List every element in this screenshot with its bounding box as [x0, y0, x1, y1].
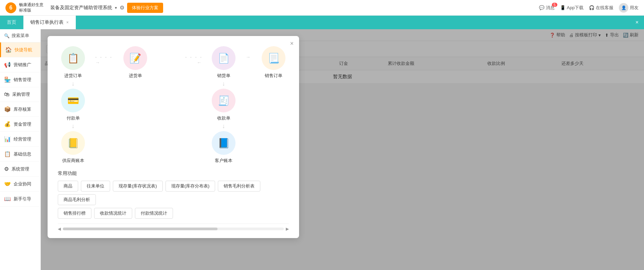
func-btn-product[interactable]: 商品	[58, 181, 78, 192]
flow-diagram: 📋 进货订单 ↓ 💳 付款单 ↓ 📒	[58, 46, 289, 164]
system-title: 装备及固定资产辅助管理系统 ▾ ⚙ 体验行业方案	[50, 3, 535, 13]
sidebar: 🔍 搜索菜单 🏠 快捷导航 📢 营销推广 🏪 销售管理 🛍 采购管理 📦 库存核…	[0, 29, 41, 270]
sidebar-item-system[interactable]: ⚙ 系统管理	[0, 162, 40, 177]
mid-right-col: 📄 销货单 ↓ 🧾 收款单 ↓ 📘 客户账本	[208, 46, 239, 164]
sidebar-item-sales[interactable]: 🏪 销售管理	[0, 72, 40, 87]
basic-info-icon: 📋	[4, 151, 11, 157]
message-badge: 5	[552, 3, 557, 7]
scroll-right-btn[interactable]: ▶	[286, 227, 289, 231]
supplier-label: 供应商账本	[62, 158, 84, 164]
func-btn-stock-status[interactable]: 现存量(库存状况表)	[113, 181, 163, 192]
flow-node-sales-order[interactable]: 📃 销售订单	[262, 46, 285, 79]
func-btn-product-profit[interactable]: 商品毛利分析	[58, 194, 96, 205]
flow-node-receipt[interactable]: 🧾 收款单	[212, 89, 236, 121]
scrollbar-track[interactable]	[63, 228, 284, 230]
func-btns-row2: 销售排行榜 收款情况统计 付款情况统计	[58, 208, 289, 219]
sidebar-item-quick-nav[interactable]: 🏠 快捷导航	[0, 42, 40, 57]
left-flow-col: 📋 进货订单 ↓ 💳 付款单 ↓ 📒	[58, 46, 88, 164]
sidebar-item-inventory[interactable]: 📦 库存核算	[0, 102, 40, 117]
arrow-down-3: ↓	[222, 80, 225, 87]
purchase-order-label: 进货订单	[64, 73, 82, 79]
system-dropdown-btn[interactable]: ▾	[115, 5, 117, 10]
right-col: 📃 销售订单	[258, 46, 289, 79]
flow-node-customer[interactable]: 📘 客户账本	[212, 131, 236, 164]
main-layout: 🔍 搜索菜单 🏠 快捷导航 📢 营销推广 🏪 销售管理 🛍 采购管理 📦 库存核…	[0, 29, 644, 270]
tab-home[interactable]: 首页	[0, 16, 23, 29]
content-area: ❓ 帮助 🖨 按模板打印 ▾ ⬆ 导出 🔄 刷新	[41, 29, 644, 270]
settings-icon[interactable]: ⚙	[120, 4, 124, 11]
arrow-dashed-1: - - - - →	[95, 54, 113, 65]
purchase-order-icon: 📋	[61, 46, 85, 70]
top-header: 6 畅康通好生意 标准版 装备及固定资产辅助管理系统 ▾ ⚙ 体验行业方案 💬 …	[0, 0, 644, 16]
common-funcs: 常用功能 商品 往来单位 现存量(库存状况表) 现存量(库存分布表) 销售毛利分…	[58, 170, 289, 219]
logo-area: 6 畅康通好生意 标准版	[5, 2, 46, 13]
sidebar-item-marketing[interactable]: 📢 营销推广	[0, 57, 40, 72]
mid-left-col: 📝 进货单	[120, 46, 151, 79]
receipt-icon: 🧾	[212, 89, 236, 112]
arrow-down-2: ↓	[72, 123, 75, 130]
popup-scrollbar: ◀ ▶	[58, 223, 289, 231]
online-service-btn[interactable]: 🎧 在线客服	[589, 5, 613, 11]
flow-node-payment[interactable]: 💳 付款单	[61, 89, 85, 121]
sales-order-icon: 📃	[262, 46, 285, 70]
arrow-dashed-2: - - - - →	[184, 54, 202, 65]
sales-bill-label: 销货单	[217, 73, 230, 79]
sidebar-item-guide[interactable]: 📖 新手引导	[0, 192, 40, 206]
sales-bill-icon: 📄	[212, 46, 236, 70]
flow-node-supplier[interactable]: 📒 供应商账本	[61, 131, 85, 164]
func-btn-sales-profit[interactable]: 销售毛利分析表	[218, 181, 260, 192]
guide-icon: 📖	[4, 196, 11, 202]
sidebar-item-purchase[interactable]: 🛍 采购管理	[0, 87, 40, 102]
scroll-left-btn[interactable]: ◀	[58, 227, 61, 231]
purchase-bill-label: 进货单	[129, 73, 142, 79]
popup-close-btn[interactable]: ×	[290, 40, 294, 47]
common-funcs-title: 常用功能	[58, 170, 289, 177]
logo-icon: 6	[5, 2, 16, 13]
scrollbar-thumb	[63, 228, 217, 230]
func-btn-sales-rank[interactable]: 销售排行榜	[58, 208, 91, 219]
flow-node-purchase-bill[interactable]: 📝 进货单	[123, 46, 147, 79]
sidebar-item-finance[interactable]: 💰 资金管理	[0, 117, 40, 132]
arrow-down-1: ↓	[72, 80, 75, 87]
operations-icon: 📊	[4, 136, 11, 142]
func-btn-receipt-stats[interactable]: 收款情况统计	[94, 208, 132, 219]
flow-node-purchase-order[interactable]: 📋 进货订单	[61, 46, 85, 79]
phone-icon: 📱	[560, 5, 565, 10]
collab-icon: 🤝	[4, 181, 11, 187]
sidebar-item-basic-info[interactable]: 📋 基础信息	[0, 147, 40, 162]
tab-sales-order[interactable]: 销售订单执行表 ×	[23, 16, 76, 29]
func-btn-payment-stats[interactable]: 付款情况统计	[135, 208, 173, 219]
trial-btn[interactable]: 体验行业方案	[127, 3, 163, 13]
func-btn-stock-dist[interactable]: 现存量(库存分布表)	[166, 181, 215, 192]
customer-label: 客户账本	[215, 158, 232, 164]
headset-icon: 🎧	[589, 5, 594, 10]
message-icon: 💬	[539, 5, 544, 10]
sales-icon: 🏪	[4, 76, 11, 83]
message-btn[interactable]: 💬 消息 5	[539, 5, 555, 11]
func-btns-row1: 商品 往来单位 现存量(库存状况表) 现存量(库存分布表) 销售毛利分析表 商品…	[58, 181, 289, 205]
sidebar-item-operations[interactable]: 📊 经营管理	[0, 132, 40, 147]
close-all-tabs-btn[interactable]: ×	[630, 19, 644, 25]
marketing-icon: 📢	[4, 61, 11, 68]
search-icon: 🔍	[4, 33, 10, 38]
user-avatar: 👤	[619, 3, 628, 13]
purchase-bill-icon: 📝	[123, 46, 147, 70]
tab-close-icon[interactable]: ×	[66, 20, 69, 25]
nav-tabs: 首页 销售订单执行表 × ×	[0, 16, 644, 29]
app-download-btn[interactable]: 📱 App下载	[560, 5, 584, 11]
finance-icon: 💰	[4, 121, 11, 127]
search-menu-btn[interactable]: 🔍 搜索菜单	[0, 29, 40, 42]
popup-card: × 📋 进货订单 ↓ 💳	[48, 36, 299, 238]
user-area[interactable]: 👤 用友	[619, 3, 639, 13]
sidebar-item-collab[interactable]: 🤝 企业协同	[0, 177, 40, 192]
header-right: 💬 消息 5 📱 App下载 🎧 在线客服 👤 用友	[539, 3, 639, 13]
arrow-down-4: ↓	[222, 123, 225, 130]
func-btn-contacts[interactable]: 往来单位	[81, 181, 110, 192]
arrow-h-right: →	[246, 54, 251, 60]
inventory-icon: 📦	[4, 106, 11, 112]
receipt-label: 收款单	[217, 115, 230, 121]
supplier-icon: 📒	[61, 131, 85, 155]
logo-text: 畅康通好生意 标准版	[19, 2, 43, 13]
flow-node-sales-bill[interactable]: 📄 销货单	[212, 46, 236, 79]
popup-overlay: × 📋 进货订单 ↓ 💳	[41, 29, 644, 270]
